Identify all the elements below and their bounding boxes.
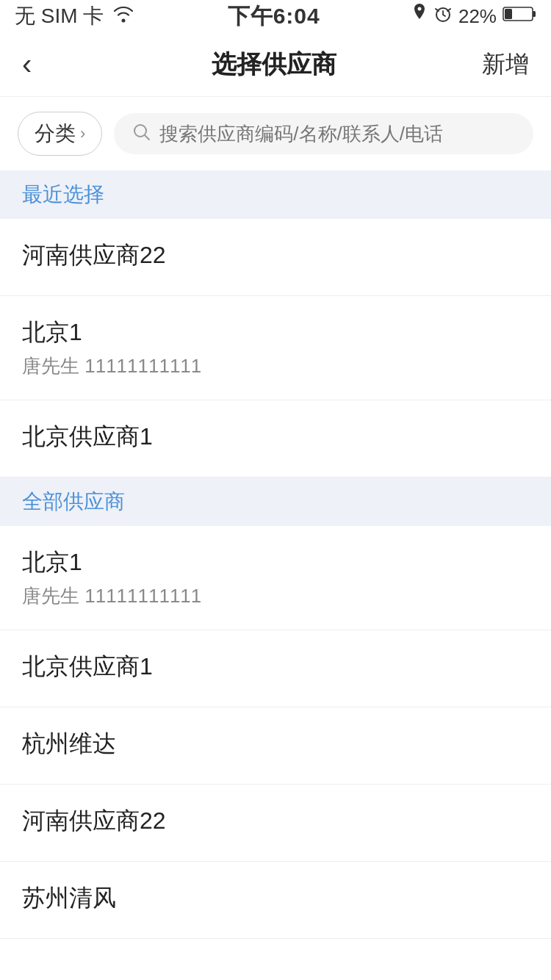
time-display: 下午6:04 xyxy=(228,1,320,32)
item-sub: 唐先生 11111111111 xyxy=(22,583,529,609)
list-item[interactable]: 北京1唐先生 11111111111 xyxy=(0,526,551,630)
category-button[interactable]: 分类 › xyxy=(18,112,102,156)
back-button[interactable]: ‹ xyxy=(22,48,66,81)
add-button[interactable]: 新增 xyxy=(482,48,529,81)
search-box xyxy=(114,113,533,154)
item-name: 北京供应商1 xyxy=(22,651,529,683)
item-name: 北京1 xyxy=(22,547,529,579)
filter-bar: 分类 › xyxy=(0,97,551,170)
category-label: 分类 xyxy=(35,120,76,148)
svg-rect-3 xyxy=(505,9,512,19)
location-icon xyxy=(411,4,428,29)
item-name: 河南供应商22 xyxy=(22,239,529,272)
list-item[interactable]: 北京1唐先生 11111111111 xyxy=(0,296,551,400)
carrier-text: 无 SIM 卡 xyxy=(15,2,104,30)
status-left: 无 SIM 卡 xyxy=(15,2,136,30)
list-item[interactable]: 杭州维达 xyxy=(0,707,551,785)
item-sub: 唐先生 11111111111 xyxy=(22,353,529,379)
battery-icon xyxy=(503,5,536,28)
list-item[interactable]: 北京供应商1 xyxy=(0,630,551,707)
recent-list: 河南供应商22北京1唐先生 11111111111北京供应商1 xyxy=(0,219,551,478)
item-name: 北京供应商1 xyxy=(22,421,529,453)
item-name: 苏州清风 xyxy=(22,882,529,915)
list-item[interactable]: 苏州清风 xyxy=(0,862,551,939)
list-item[interactable]: 北京供应商1 xyxy=(0,400,551,478)
nav-bar: ‹ 选择供应商 新增 xyxy=(0,32,551,97)
item-name: 北京1 xyxy=(22,317,529,349)
recent-section-header: 最近选择 xyxy=(0,170,551,219)
list-item[interactable]: 河南供应商22 xyxy=(0,785,551,862)
wifi-icon xyxy=(111,4,136,28)
search-icon xyxy=(132,122,152,145)
item-name: 河南供应商22 xyxy=(22,805,529,837)
all-list: 北京1唐先生 11111111111北京供应商1杭州维达河南供应商22苏州清风 xyxy=(0,526,551,939)
alarm-icon xyxy=(433,4,453,29)
all-section-header: 全部供应商 xyxy=(0,478,551,526)
search-input[interactable] xyxy=(159,123,516,145)
status-bar: 无 SIM 卡 下午6:04 22% xyxy=(0,0,551,32)
svg-rect-2 xyxy=(533,11,536,17)
page-title: 选择供应商 xyxy=(212,48,336,82)
status-right: 22% xyxy=(411,4,536,29)
item-name: 杭州维达 xyxy=(22,728,529,760)
list-item[interactable]: 河南供应商22 xyxy=(0,219,551,296)
chevron-right-icon: › xyxy=(80,124,85,143)
battery-text: 22% xyxy=(458,5,497,28)
